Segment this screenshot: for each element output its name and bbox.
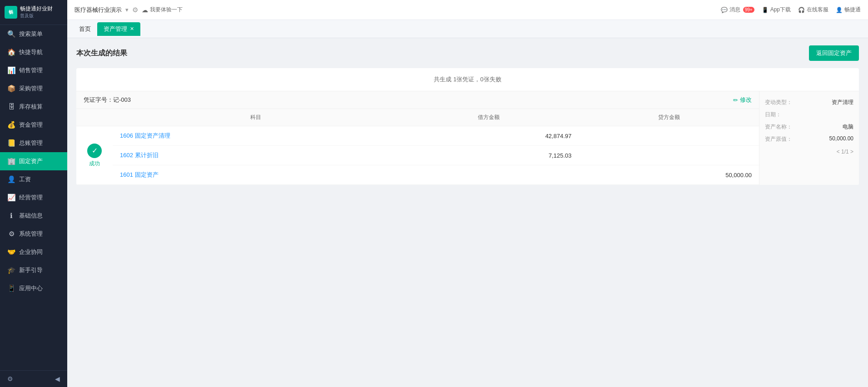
edit-button[interactable]: ✏ 修改 [733,96,752,104]
operations-icon: 📈 [7,194,15,202]
table-row: 1602 累计折旧7,125.03 [76,146,759,165]
date-row: 日期： [765,111,853,119]
service-label: 在线客服 [807,6,828,14]
app-download-btn[interactable]: 📱 App下载 [762,6,791,14]
sidebar-item-purchase[interactable]: 📦 采购管理 [0,79,67,98]
experience-label: 我要体验一下 [150,6,183,14]
user-btn[interactable]: 👤 畅捷通 [836,6,861,14]
pagination[interactable]: < 1/1 > [765,149,853,155]
result-panel: 共生成 1张凭证，0张失败 凭证字号：记-003 ✏ 修改 [76,68,859,185]
ledger-label: 总账管理 [19,139,43,147]
page-title: 本次生成的结果 [76,49,127,58]
success-label: 成功 [84,160,105,168]
online-service-btn[interactable]: 🎧 在线客服 [798,6,828,14]
sidebar-item-guide[interactable]: 🎓 新手引导 [0,261,67,279]
asset-value-row: 资产原值： 50,000.00 [765,135,853,143]
quick-nav-icon: 🏠 [7,48,15,56]
sidebar-item-quick-nav[interactable]: 🏠 快捷导航 [0,43,67,61]
header-icons: 💬 消息 99+ 📱 App下载 🎧 在线客服 👤 畅捷通 [721,6,861,14]
tab-close-icon[interactable]: ✕ [130,26,134,32]
settings-header-icon[interactable]: ⚙ [132,6,138,14]
inventory-label: 库存核算 [19,103,43,111]
payroll-label: 工资 [19,175,31,184]
dropdown-icon[interactable]: ▾ [125,6,129,13]
col-credit: 贷方金额 [579,109,759,126]
change-type-row: 变动类型： 资产清理 [765,99,853,106]
col-status [76,109,113,126]
search-icon: 🔍 [7,30,15,38]
basic-info-icon: ℹ [7,212,15,220]
settings-icon[interactable]: ⚙ [7,375,13,382]
app-download-label: App下载 [770,6,791,14]
search-label: 搜索菜单 [19,30,43,38]
sidebar-item-fixed-assets[interactable]: 🏢 固定资产 [0,152,67,170]
voucher-number: 凭证字号：记-003 [84,96,131,104]
sidebar-bottom: ⚙ ◀ [0,370,67,387]
message-btn[interactable]: 💬 消息 99+ [721,6,754,14]
basic-info-label: 基础信息 [19,212,43,220]
top-header: 医疗器械行业演示 ▾ ⚙ ☁ 我要体验一下 💬 消息 99+ 📱 App下载 🎧… [67,0,868,20]
page-header: 本次生成的结果 返回固定资产 [76,45,859,61]
experience-btn[interactable]: ☁ 我要体验一下 [142,6,183,14]
asset-name-row: 资产名称： 电脑 [765,123,853,131]
header-left: 医疗器械行业演示 ▾ ⚙ ☁ 我要体验一下 [74,6,183,14]
main-area: 医疗器械行业演示 ▾ ⚙ ☁ 我要体验一下 💬 消息 99+ 📱 App下载 🎧… [67,0,868,387]
debit-cell: 7,125.03 [398,146,579,165]
asset-value-label: 资产原值： [765,135,792,143]
guide-label: 新手引导 [19,266,43,274]
asset-value-value: 50,000.00 [829,135,853,143]
finance-icon: 💰 [7,121,15,129]
asset-name-value: 电脑 [843,123,853,131]
sidebar-item-sales[interactable]: 📊 销售管理 [0,61,67,79]
sidebar-item-finance[interactable]: 💰 资金管理 [0,116,67,134]
user-label: 畅捷通 [844,6,861,14]
sidebar: 畅 畅捷通好业财 普及版 🔍 搜索菜单 🏠 快捷导航 📊 销售管理 📦 采购管理… [0,0,67,387]
subject-cell: 1606 固定资产清理 [113,126,398,146]
user-icon: 👤 [836,7,843,13]
table-row: 1601 固定资产50,000.00 [76,165,759,185]
success-icon: ✓ [87,144,102,158]
sidebar-item-enterprise[interactable]: 🤝 企业协同 [0,243,67,261]
sidebar-item-operations[interactable]: 📈 经营管理 [0,189,67,207]
sidebar-item-payroll[interactable]: 👤 工资 [0,170,67,189]
quick-nav-label: 快捷导航 [19,48,43,56]
sidebar-item-system[interactable]: ⚙ 系统管理 [0,225,67,243]
change-type-label: 变动类型： [765,99,792,106]
sidebar-item-apps[interactable]: 📱 应用中心 [0,279,67,298]
subject-cell: 1602 累计折旧 [113,146,398,165]
collapse-icon[interactable]: ◀ [55,375,60,382]
sidebar-item-basic-info[interactable]: ℹ 基础信息 [0,207,67,225]
voucher-header: 凭证字号：记-003 ✏ 修改 [76,91,759,109]
guide-icon: 🎓 [7,266,15,274]
sidebar-item-ledger[interactable]: 📒 总账管理 [0,134,67,152]
logo-name: 畅捷通好业财 [20,5,53,13]
sidebar-item-inventory[interactable]: 🗄 库存核算 [0,98,67,116]
col-debit: 借方金额 [398,109,579,126]
app-logo: 畅 畅捷通好业财 普及版 [0,0,67,25]
sidebar-item-search[interactable]: 🔍 搜索菜单 [0,25,67,43]
finance-label: 资金管理 [19,121,43,129]
tab-asset-label: 资产管理 [104,25,127,33]
logo-icon: 畅 [5,6,17,19]
content-area: 本次生成的结果 返回固定资产 共生成 1张凭证，0张失败 凭证字号：记-003 … [67,38,868,387]
payroll-icon: 👤 [7,175,15,184]
voucher-table: 科目 借方金额 贷方金额 ✓ 成功 1606 固定资产清理42,874.9716… [76,109,759,185]
system-icon: ⚙ [7,230,15,238]
tab-asset-management[interactable]: 资产管理 ✕ [97,22,140,36]
subject-cell: 1601 固定资产 [113,165,398,185]
fixed-assets-label: 固定资产 [19,157,43,165]
voucher-section: 凭证字号：记-003 ✏ 修改 科目 借方金额 贷方金额 [76,91,859,185]
tab-home-label: 首页 [79,25,91,33]
sales-label: 销售管理 [19,66,43,74]
inventory-icon: 🗄 [7,103,15,110]
cloud-icon: ☁ [142,6,148,14]
asset-name-label: 资产名称： [765,123,792,131]
tab-home[interactable]: 首页 [73,22,97,36]
return-fixed-assets-button[interactable]: 返回固定资产 [809,45,859,61]
credit-cell [579,146,759,165]
ledger-icon: 📒 [7,139,15,147]
message-label: 消息 [729,6,740,14]
credit-cell: 50,000.00 [579,165,759,185]
message-badge: 99+ [743,7,754,13]
operations-label: 经营管理 [19,194,43,202]
